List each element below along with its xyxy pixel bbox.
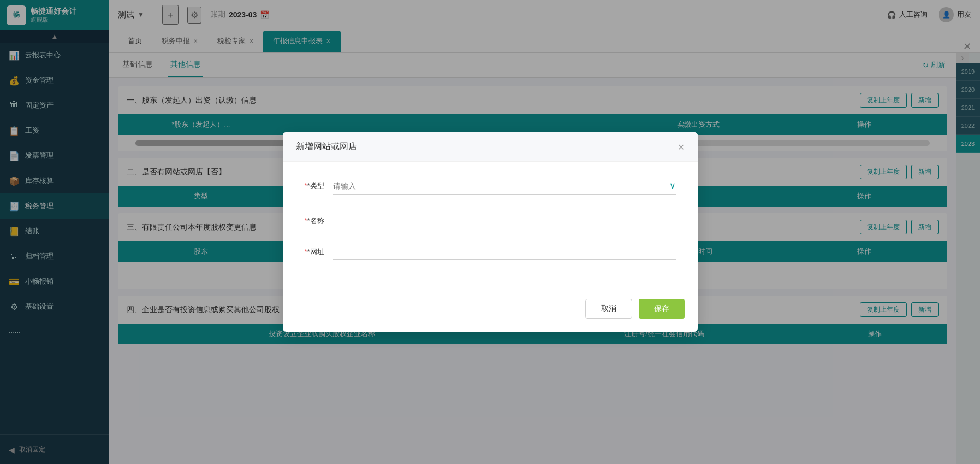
- url-label-text: *网址: [307, 248, 324, 256]
- type-select-input[interactable]: [333, 181, 669, 190]
- form-row-name: **名称: [305, 213, 676, 228]
- save-button[interactable]: 保存: [639, 299, 685, 319]
- add-website-dialog: 新增网站或网店 × **类型 ∨: [283, 132, 698, 332]
- type-select-wrapper: ∨: [333, 177, 676, 195]
- url-label: **网址: [305, 247, 326, 257]
- type-field-divider: [305, 197, 676, 197]
- dialog-overlay[interactable]: 新增网站或网店 × **类型 ∨: [0, 0, 980, 464]
- name-input[interactable]: [333, 213, 676, 228]
- form-row-type: **类型 ∨: [305, 177, 676, 195]
- dialog-footer: 取消 保存: [283, 290, 698, 332]
- form-group-name: **名称: [305, 213, 676, 228]
- cancel-button[interactable]: 取消: [585, 299, 632, 319]
- dialog-header: 新增网站或网店 ×: [283, 132, 698, 162]
- form-group-url: **网址: [305, 244, 676, 260]
- type-dropdown-arrow-icon[interactable]: ∨: [669, 180, 676, 191]
- dialog-body: **类型 ∨ **名称: [283, 162, 698, 290]
- type-label: **类型: [305, 181, 326, 191]
- url-input[interactable]: [333, 244, 676, 260]
- form-group-type: **类型 ∨: [305, 177, 676, 197]
- name-label-text: *名称: [307, 216, 324, 225]
- type-label-text: *类型: [307, 181, 324, 190]
- dialog-close-button[interactable]: ×: [678, 142, 685, 152]
- dialog-title: 新增网站或网店: [296, 141, 357, 152]
- name-label: **名称: [305, 216, 326, 226]
- form-row-url: **网址: [305, 244, 676, 260]
